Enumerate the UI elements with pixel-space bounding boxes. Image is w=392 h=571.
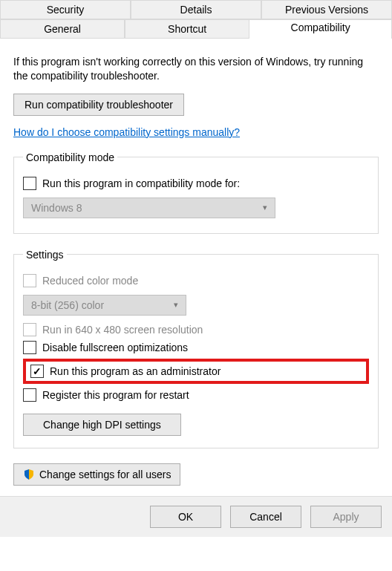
disable-fullscreen-checkbox[interactable] bbox=[23, 341, 36, 354]
chevron-down-icon: ▾ bbox=[174, 300, 178, 310]
disable-fullscreen-label: Disable fullscreen optimizations bbox=[42, 342, 188, 353]
compatibility-mode-group: Compatibility mode Run this program in c… bbox=[13, 151, 379, 234]
all-users-row: Change settings for all users bbox=[13, 463, 392, 486]
run-as-admin-label: Run this program as an administrator bbox=[50, 365, 220, 377]
tab-content: If this program isn't working correctly … bbox=[0, 39, 392, 448]
compat-mode-select[interactable]: Windows 8 ▾ bbox=[23, 198, 275, 218]
intro-text: If this program isn't working correctly … bbox=[13, 55, 379, 83]
tab-details[interactable]: Details bbox=[131, 0, 261, 19]
tab-compatibility-highlight: Compatibility bbox=[291, 22, 350, 33]
dialog-footer: OK Cancel Apply bbox=[0, 496, 392, 537]
help-link[interactable]: How do I choose compatibility settings m… bbox=[13, 126, 240, 138]
tab-general[interactable]: General bbox=[0, 19, 125, 39]
check-icon: ✓ bbox=[33, 366, 42, 376]
change-all-users-label: Change settings for all users bbox=[39, 469, 171, 480]
tab-shortcut[interactable]: Shortcut bbox=[125, 19, 249, 39]
tab-security[interactable]: Security bbox=[0, 0, 131, 19]
compat-mode-checkbox[interactable] bbox=[23, 177, 36, 190]
change-dpi-button[interactable]: Change high DPI settings bbox=[23, 414, 181, 436]
run-as-admin-checkbox[interactable]: ✓ bbox=[30, 365, 44, 378]
change-all-users-button[interactable]: Change settings for all users bbox=[13, 463, 180, 486]
cancel-button[interactable]: Cancel bbox=[230, 506, 301, 528]
tab-row-1: Security Details Previous Versions bbox=[0, 0, 392, 19]
color-mode-select[interactable]: 8-bit (256) color ▾ bbox=[23, 295, 186, 316]
tab-previous-versions[interactable]: Previous Versions bbox=[261, 0, 392, 19]
run-640-label: Run in 640 x 480 screen resolution bbox=[42, 324, 203, 336]
tab-row-2: General Shortcut Compatibility bbox=[0, 19, 392, 39]
register-restart-checkbox[interactable] bbox=[23, 388, 36, 402]
reduced-color-checkbox[interactable] bbox=[23, 274, 36, 287]
ok-button[interactable]: OK bbox=[150, 506, 221, 528]
run-troubleshooter-button[interactable]: Run compatibility troubleshooter bbox=[13, 94, 184, 116]
run-640-checkbox[interactable] bbox=[23, 323, 36, 336]
settings-legend: Settings bbox=[23, 249, 67, 261]
shield-icon bbox=[23, 469, 35, 480]
reduced-color-label: Reduced color mode bbox=[42, 275, 138, 287]
properties-dialog: Security Details Previous Versions Gener… bbox=[0, 0, 392, 537]
run-as-admin-highlight: ✓ Run this program as an administrator bbox=[23, 359, 369, 384]
color-mode-select-value: 8-bit (256) color bbox=[31, 299, 104, 311]
settings-group: Settings Reduced color mode 8-bit (256) … bbox=[13, 249, 379, 448]
compat-mode-label: Run this program in compatibility mode f… bbox=[42, 177, 240, 189]
tab-compatibility[interactable]: Compatibility bbox=[249, 19, 392, 39]
compat-mode-select-value: Windows 8 bbox=[31, 202, 82, 214]
compatibility-mode-legend: Compatibility mode bbox=[23, 151, 117, 163]
register-restart-label: Register this program for restart bbox=[42, 389, 189, 401]
apply-button[interactable]: Apply bbox=[310, 506, 382, 528]
chevron-down-icon: ▾ bbox=[263, 203, 267, 212]
